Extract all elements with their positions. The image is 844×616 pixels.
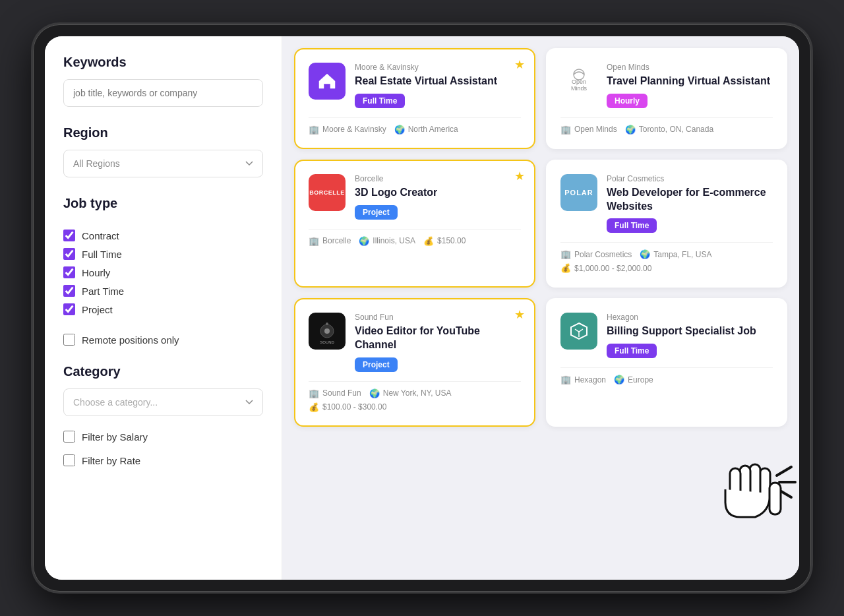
building-icon-3: 🏢 <box>309 236 319 246</box>
building-icon-2: 🏢 <box>560 125 571 135</box>
footer-company-1: 🏢 Moore & Kavinsky <box>309 125 386 135</box>
company-logo-3: BORCELLE <box>309 174 346 211</box>
card-footer-6: 🏢 Hexagon 🌍 Europe <box>560 367 773 385</box>
company-name-3: Borcelle <box>355 174 521 183</box>
star-badge-3: ★ <box>514 169 525 183</box>
category-select[interactable]: Choose a category... <box>63 388 263 416</box>
remote-label: Remote positions only <box>82 334 179 346</box>
jobtype-contract[interactable]: Contract <box>63 230 263 241</box>
globe-icon-1: 🌍 <box>394 125 405 135</box>
job-badge-2: Hourly <box>607 94 648 108</box>
job-badge-3: Project <box>355 205 398 220</box>
card-info-4: Polar Cosmetics Web Developer for E-comm… <box>607 174 773 233</box>
keywords-title: Keywords <box>63 55 263 70</box>
company-name-2: Open Minds <box>607 63 773 72</box>
star-badge-1: ★ <box>514 57 525 72</box>
footer-company-2: 🏢 Open Minds <box>560 125 617 135</box>
card-info-3: Borcelle 3D Logo Creator Project <box>355 174 521 220</box>
svg-text:SOUND: SOUND <box>320 340 334 344</box>
footer-location-3: 🌍 Illinois, USA <box>359 236 415 246</box>
company-logo-6 <box>560 313 597 350</box>
star-badge-5: ★ <box>514 307 525 322</box>
company-name-6: Hexagon <box>607 313 773 322</box>
filter-salary-label[interactable]: Filter by Salary <box>63 431 263 443</box>
globe-icon-5: 🌍 <box>369 388 380 398</box>
card-footer-3: 🏢 Borcelle 🌍 Illinois, USA 💰 $150.00 <box>309 229 521 246</box>
globe-icon-4: 🌍 <box>640 249 650 259</box>
job-card-6[interactable]: Hexagon Billing Support Specialist Job F… <box>546 298 787 427</box>
card-footer-2: 🏢 Open Minds 🌍 Toronto, ON, Canada <box>560 117 773 135</box>
company-name-1: Moore & Kavinsky <box>355 63 521 72</box>
job-card-2[interactable]: Open Minds Open Minds Travel Planning Vi… <box>546 48 787 149</box>
footer-location-5: 🌍 New York, NY, USA <box>369 388 452 398</box>
svg-point-5 <box>326 323 328 325</box>
company-name-4: Polar Cosmetics <box>607 174 773 183</box>
card-info-5: Sound Fun Video Editor for YouTube Chann… <box>355 313 521 372</box>
sidebar: Keywords Region All Regions Job type Con… <box>45 36 282 580</box>
globe-icon-3: 🌍 <box>359 236 369 246</box>
keyword-input[interactable] <box>63 79 263 107</box>
card-header-2: Open Minds Open Minds Travel Planning Vi… <box>560 63 773 108</box>
filter-rate-text: Filter by Rate <box>82 455 140 466</box>
footer-company-5: 🏢 Sound Fun <box>309 388 361 398</box>
job-badge-4: Full Time <box>607 218 657 233</box>
filter-salary-checkbox[interactable] <box>63 431 75 443</box>
money-icon-5: 💰 <box>309 402 319 412</box>
job-card-1[interactable]: ★ Moore & Kavinsky Real Estate Virtual A… <box>294 48 535 149</box>
card-footer-5: 🏢 Sound Fun 🌍 New York, NY, USA 💰 $100.0… <box>309 381 521 412</box>
company-logo-1 <box>309 63 346 100</box>
footer-salary-4: 💰 $1,000.00 - $2,000.00 <box>560 263 651 273</box>
job-title-1: Real Estate Virtual Assistant <box>355 75 521 88</box>
job-title-3: 3D Logo Creator <box>355 186 521 200</box>
svg-point-4 <box>324 328 330 334</box>
globe-icon-2: 🌍 <box>625 125 636 135</box>
job-badge-1: Full Time <box>355 94 405 108</box>
company-logo-5: SOUND <box>309 313 346 350</box>
jobtype-fulltime[interactable]: Full Time <box>63 248 263 260</box>
filter-salary-text: Filter by Salary <box>82 431 148 443</box>
card-header-4: POLAR Polar Cosmetics Web Developer for … <box>560 174 773 233</box>
filter-rate-label[interactable]: Filter by Rate <box>63 454 263 466</box>
jobtype-title: Job type <box>63 196 263 211</box>
remote-checkbox[interactable] <box>63 334 75 346</box>
jobtype-parttime[interactable]: Part Time <box>63 285 263 297</box>
job-badge-5: Project <box>355 357 398 372</box>
card-info-1: Moore & Kavinsky Real Estate Virtual Ass… <box>355 63 521 108</box>
footer-company-6: 🏢 Hexagon <box>560 375 606 385</box>
jobtype-checkboxes: Contract Full Time Hourly Part Time Proj… <box>63 230 263 315</box>
jobtype-hourly[interactable]: Hourly <box>63 266 263 278</box>
svg-text:Minds: Minds <box>571 85 588 92</box>
money-icon-3: 💰 <box>423 236 434 246</box>
footer-company-4: 🏢 Polar Cosmetics <box>560 249 632 259</box>
jobtype-project[interactable]: Project <box>63 303 263 315</box>
footer-location-4: 🌍 Tampa, FL, USA <box>640 249 711 259</box>
building-icon-6: 🏢 <box>560 375 571 385</box>
footer-salary-3: 💰 $150.00 <box>423 236 466 246</box>
filter-rate-checkbox[interactable] <box>63 454 75 466</box>
job-card-3[interactable]: ★ BORCELLE Borcelle 3D Logo Creator Proj… <box>294 160 535 288</box>
job-badge-6: Full Time <box>607 344 657 358</box>
job-card-5[interactable]: ★ SOUND Sound Fun Video E <box>294 298 535 427</box>
card-header-6: Hexagon Billing Support Specialist Job F… <box>560 313 773 358</box>
jobs-grid: ★ Moore & Kavinsky Real Estate Virtual A… <box>294 48 787 427</box>
remote-checkbox-label[interactable]: Remote positions only <box>63 334 263 346</box>
job-title-6: Billing Support Specialist Job <box>607 324 773 338</box>
company-name-5: Sound Fun <box>355 313 521 322</box>
card-header-1: Moore & Kavinsky Real Estate Virtual Ass… <box>309 63 521 108</box>
footer-company-3: 🏢 Borcelle <box>309 236 351 246</box>
globe-icon-6: 🌍 <box>614 375 624 385</box>
company-logo-4: POLAR <box>560 174 597 211</box>
card-header-5: SOUND Sound Fun Video Editor for YouTube… <box>309 313 521 372</box>
job-title-2: Travel Planning Virtual Assistant <box>607 75 773 88</box>
footer-location-6: 🌍 Europe <box>614 375 653 385</box>
job-title-5: Video Editor for YouTube Channel <box>355 324 521 352</box>
card-footer-1: 🏢 Moore & Kavinsky 🌍 North America <box>309 117 521 135</box>
category-title: Category <box>63 364 263 379</box>
job-card-4[interactable]: POLAR Polar Cosmetics Web Developer for … <box>546 160 787 288</box>
money-icon-4: 💰 <box>560 263 571 273</box>
region-select[interactable]: All Regions <box>63 150 263 177</box>
region-title: Region <box>63 125 263 140</box>
building-icon-1: 🏢 <box>309 125 319 135</box>
card-info-6: Hexagon Billing Support Specialist Job F… <box>607 313 773 358</box>
footer-salary-5: 💰 $100.00 - $300.00 <box>309 402 386 412</box>
